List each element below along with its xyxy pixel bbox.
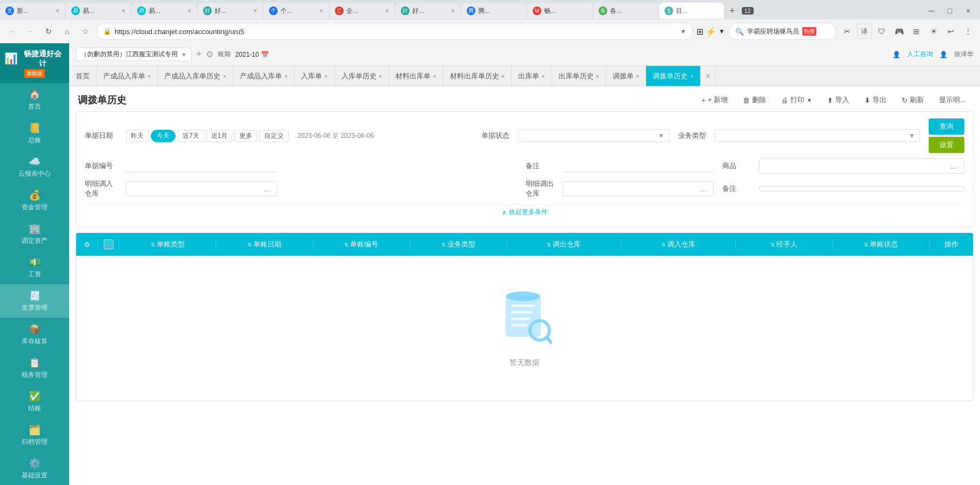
- tab-9-close[interactable]: ×: [596, 73, 599, 79]
- content-tab-1[interactable]: 产成品入库单 ×: [97, 66, 158, 87]
- goods-dots[interactable]: ...: [948, 161, 959, 171]
- sidebar-item-ledger[interactable]: 📒 总账: [0, 117, 69, 150]
- bookmark-button[interactable]: ☆: [78, 24, 93, 39]
- th-type[interactable]: ⇅ 单账类型: [119, 240, 216, 249]
- sidebar-item-archive[interactable]: 🗂️ 归档管理: [0, 418, 69, 452]
- sidebar-item-home[interactable]: 🏠 首页: [0, 83, 69, 117]
- close-all-tabs-button[interactable]: ×: [706, 71, 710, 81]
- tab-close-1[interactable]: ×: [56, 7, 59, 15]
- collapse-bar[interactable]: ∧ 收起更多条件: [85, 204, 964, 220]
- browser-tab-10[interactable]: 各 各...: [593, 3, 658, 19]
- tab-11-close[interactable]: ×: [690, 73, 693, 79]
- sidebar-item-salary[interactable]: 💵 工资: [0, 251, 69, 284]
- tab-close-3[interactable]: ×: [187, 7, 191, 15]
- goods-dropdown[interactable]: ...: [759, 158, 964, 174]
- th-biz[interactable]: ⇅ 业务类型: [410, 240, 507, 249]
- tab-close-7[interactable]: ×: [451, 7, 455, 15]
- home-button[interactable]: ⌂: [59, 24, 75, 39]
- print-button[interactable]: 🖨 打印 ▼: [776, 93, 817, 107]
- biz-dropdown[interactable]: ▼: [715, 129, 920, 142]
- th-in[interactable]: ⇅ 调入仓库: [621, 240, 736, 249]
- tab-5-close[interactable]: ×: [379, 73, 382, 79]
- company-selector[interactable]: （勿删勿禁用）江西服宝测试专用 ▼: [76, 48, 192, 61]
- game-icon[interactable]: 🎮: [891, 24, 907, 39]
- th-num[interactable]: ⇅ 单账编号: [313, 240, 410, 249]
- th-person[interactable]: ⇅ 经手人: [736, 240, 833, 249]
- sidebar-item-tax[interactable]: 📋 税务管理: [0, 351, 69, 385]
- lightning-icon[interactable]: ⚡: [706, 26, 716, 37]
- content-tab-5[interactable]: 入库单历史 ×: [335, 66, 389, 87]
- content-tab-7[interactable]: 材料出库单历史 ×: [444, 66, 512, 87]
- filter-settings-button[interactable]: 设置: [929, 137, 964, 153]
- export-button[interactable]: ⬇ 导出: [859, 93, 892, 107]
- scissors-icon[interactable]: ✂: [840, 24, 855, 39]
- th-gear[interactable]: ⚙: [76, 241, 98, 249]
- browser-tab-9[interactable]: M 畅...: [527, 3, 592, 19]
- tab-1-close[interactable]: ×: [147, 73, 151, 79]
- undo-icon[interactable]: ↩: [943, 24, 958, 39]
- content-tab-11[interactable]: 调拨单历史 ×: [646, 66, 700, 87]
- date-more-btn[interactable]: 更多: [234, 130, 257, 142]
- sidebar-item-fund[interactable]: 💰 资金管理: [0, 184, 69, 217]
- maximize-button[interactable]: □: [942, 3, 957, 18]
- user-service-link[interactable]: 人工咨询: [907, 50, 933, 59]
- tab-3-close[interactable]: ×: [284, 73, 287, 79]
- detail-in-dots[interactable]: ...: [261, 184, 272, 194]
- delete-button[interactable]: 🗑 删除: [737, 93, 771, 107]
- refresh-button[interactable]: ↻ 刷新: [896, 93, 929, 107]
- new-tab-button[interactable]: +: [725, 5, 740, 17]
- minimize-button[interactable]: ─: [924, 3, 939, 18]
- grid-icon[interactable]: ⊞: [696, 26, 703, 37]
- dropdown-icon[interactable]: ▼: [719, 28, 725, 35]
- browser-tab-5[interactable]: 个 个... ×: [264, 3, 328, 19]
- tab-8-close[interactable]: ×: [541, 73, 545, 79]
- browser-tab-2[interactable]: 易 易... ×: [66, 3, 131, 19]
- tab-7-close[interactable]: ×: [501, 73, 505, 79]
- settings-gear-icon[interactable]: ⚙: [206, 49, 213, 59]
- content-tab-10[interactable]: 调拨单 ×: [606, 66, 646, 87]
- content-tab-9[interactable]: 出库单历史 ×: [552, 66, 606, 87]
- browser-tab-3[interactable]: 易 易... ×: [132, 3, 197, 19]
- new-button[interactable]: + + 新增: [696, 93, 733, 107]
- content-tab-8[interactable]: 出库单 ×: [512, 66, 552, 87]
- display-button[interactable]: 显示明...: [934, 93, 971, 107]
- date-7days-btn[interactable]: 近7天: [178, 130, 204, 142]
- detail-in-dropdown[interactable]: ...: [126, 181, 277, 196]
- content-tab-3[interactable]: 产成品入库单 ×: [233, 66, 294, 87]
- address-bar[interactable]: 🔒 https://cloud.chanjet.com/accounting/u…: [96, 23, 693, 40]
- date-yesterday-btn[interactable]: 昨天: [126, 130, 149, 142]
- tab-10-close[interactable]: ×: [636, 73, 639, 79]
- sidebar-item-invoice[interactable]: 🧾 发票管理: [0, 284, 69, 318]
- tab-close-2[interactable]: ×: [122, 7, 125, 15]
- sidebar-item-closing[interactable]: ✅ 结账: [0, 385, 69, 418]
- period-value[interactable]: 2021-10 📅: [235, 51, 269, 58]
- import-button[interactable]: ⬆ 导入: [822, 93, 855, 107]
- query-button[interactable]: 查询: [929, 118, 964, 135]
- browser-tab-7[interactable]: 好 好... ×: [395, 3, 460, 19]
- th-status[interactable]: ⇅ 单账状态: [833, 240, 930, 249]
- date-today-btn[interactable]: 今天: [151, 130, 176, 142]
- content-tab-home[interactable]: 首页: [69, 66, 97, 87]
- apps-icon[interactable]: ⊞: [909, 24, 924, 39]
- reload-button[interactable]: ↻: [41, 24, 56, 39]
- content-tab-6[interactable]: 材料出库单 ×: [389, 66, 443, 87]
- select-all-checkbox[interactable]: [104, 240, 113, 249]
- status-dropdown[interactable]: ▼: [518, 129, 669, 142]
- sidebar-item-report[interactable]: ☁️ 云报表中心: [0, 150, 69, 184]
- th-date[interactable]: ⇅ 单账日期: [216, 240, 313, 249]
- th-check[interactable]: [98, 240, 119, 249]
- tab-close-6[interactable]: ×: [385, 7, 389, 15]
- content-tab-2[interactable]: 产成品入库单历史 ×: [158, 66, 233, 87]
- sidebar-item-asset[interactable]: 🏢 固定资产: [0, 217, 69, 251]
- detail-out-dots[interactable]: ...: [697, 184, 709, 194]
- docnum-input[interactable]: [126, 160, 277, 172]
- browser-tab-4[interactable]: 好 好... ×: [198, 3, 263, 19]
- remark-input[interactable]: [562, 160, 714, 172]
- browser-search-bar[interactable]: 🔍 学霸应聘场驱鸟员 热搜: [728, 23, 836, 40]
- browser-tab-8[interactable]: 腾 腾...: [461, 3, 526, 19]
- close-window-button[interactable]: ×: [961, 3, 976, 18]
- tab-6-close[interactable]: ×: [433, 73, 436, 79]
- sidebar-item-inventory[interactable]: 📦 库存核算: [0, 318, 69, 351]
- detail-out-dropdown[interactable]: ...: [562, 181, 714, 196]
- tab-close-4[interactable]: ×: [253, 7, 257, 15]
